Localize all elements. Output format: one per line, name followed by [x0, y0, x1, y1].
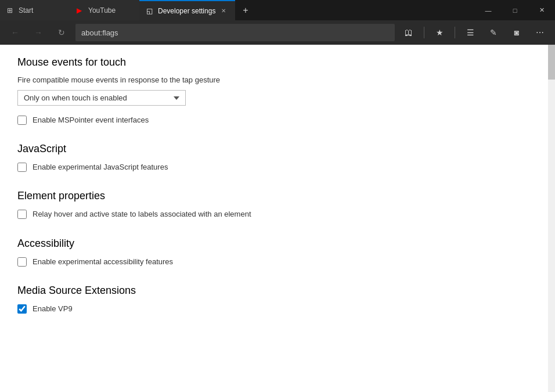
experimental-js-checkbox-row: Enable experimental JavaScript features — [17, 162, 531, 172]
tab-start[interactable]: ⊞ Start — [0, 0, 70, 20]
titlebar: ⊞ Start ▶ YouTube ◱ Developer settings ✕… — [0, 0, 555, 20]
mspointer-checkbox-row: Enable MSPointer event interfaces — [17, 115, 531, 125]
element-properties-title: Element properties — [17, 190, 531, 202]
favorites-button[interactable]: ★ — [430, 23, 449, 42]
start-icon: ⊞ — [7, 6, 15, 15]
tab-start-label: Start — [19, 6, 63, 15]
forward-button[interactable]: → — [29, 23, 48, 42]
minimize-button[interactable]: — — [475, 0, 502, 20]
experimental-js-checkbox[interactable] — [17, 163, 27, 172]
vp9-checkbox[interactable] — [17, 304, 27, 314]
content-area: Mouse events for touch Fire compatible m… — [0, 45, 555, 392]
maximize-icon: □ — [513, 7, 517, 14]
tab-youtube-label: YouTube — [88, 6, 132, 15]
vp9-checkbox-row: Enable VP9 — [17, 304, 531, 314]
experimental-a11y-label: Enable experimental accessibility featur… — [33, 257, 173, 267]
toolbar-separator-1 — [424, 27, 424, 38]
minimize-icon: — — [485, 7, 492, 14]
close-icon: ✕ — [539, 6, 545, 14]
accessibility-title: Accessibility — [17, 238, 531, 250]
window-controls: — □ ✕ — [475, 0, 555, 20]
page-content: Mouse events for touch Fire compatible m… — [0, 45, 548, 392]
addressbar: ← → ↻ 🕮 ★ ☰ ✎ ◙ ⋯ — [0, 20, 555, 45]
section-element-properties: Element properties Relay hover and activ… — [17, 190, 531, 220]
relay-hover-checkbox-row: Relay hover and active state to labels a… — [17, 209, 531, 220]
vp9-label: Enable VP9 — [33, 304, 73, 314]
toolbar-separator-2 — [455, 27, 455, 38]
experimental-a11y-checkbox[interactable] — [17, 257, 27, 267]
experimental-js-label: Enable experimental JavaScript features — [33, 162, 168, 172]
web-note-button[interactable]: ✎ — [484, 23, 503, 42]
mouse-events-dropdown-wrap: Only on when touch is enabled Always on … — [17, 90, 531, 106]
section-mouse-events: Mouse events for touch Fire compatible m… — [17, 56, 531, 125]
scrollbar-thumb[interactable] — [548, 45, 555, 80]
mouse-events-title: Mouse events for touch — [17, 56, 531, 69]
scrollbar[interactable] — [548, 45, 555, 392]
relay-hover-label: Relay hover and active state to labels a… — [33, 209, 251, 220]
javascript-title: JavaScript — [17, 143, 531, 155]
back-button[interactable]: ← — [6, 23, 24, 42]
more-button[interactable]: ⋯ — [531, 23, 549, 42]
section-media-source: Media Source Extensions Enable VP9 — [17, 285, 531, 314]
hub-button[interactable]: ☰ — [461, 23, 480, 42]
address-input[interactable] — [75, 24, 395, 41]
relay-hover-checkbox[interactable] — [17, 210, 27, 219]
reading-view-button[interactable]: 🕮 — [399, 23, 418, 42]
mouse-events-dropdown[interactable]: Only on when touch is enabled Always on … — [17, 90, 186, 106]
close-window-button[interactable]: ✕ — [528, 0, 555, 20]
mspointer-checkbox[interactable] — [17, 116, 27, 125]
tab-dev-settings-label: Developer settings — [158, 7, 215, 15]
section-javascript: JavaScript Enable experimental JavaScrip… — [17, 143, 531, 172]
close-tab-button[interactable]: ✕ — [219, 6, 228, 16]
maximize-button[interactable]: □ — [502, 0, 528, 20]
youtube-icon: ▶ — [77, 6, 85, 15]
section-accessibility: Accessibility Enable experimental access… — [17, 238, 531, 267]
new-tab-icon: + — [243, 5, 248, 16]
dev-settings-icon: ◱ — [146, 7, 154, 15]
mouse-events-desc: Fire compatible mouse events in response… — [17, 75, 531, 84]
refresh-button[interactable]: ↻ — [52, 23, 71, 42]
media-source-title: Media Source Extensions — [17, 285, 531, 297]
tab-developer-settings[interactable]: ◱ Developer settings ✕ — [139, 0, 235, 20]
tab-youtube[interactable]: ▶ YouTube — [70, 0, 139, 20]
experimental-a11y-checkbox-row: Enable experimental accessibility featur… — [17, 257, 531, 267]
extensions-button[interactable]: ◙ — [507, 23, 526, 42]
reading-view-icon: 🕮 — [405, 28, 413, 37]
mspointer-label: Enable MSPointer event interfaces — [33, 115, 149, 125]
new-tab-button[interactable]: + — [235, 0, 255, 20]
